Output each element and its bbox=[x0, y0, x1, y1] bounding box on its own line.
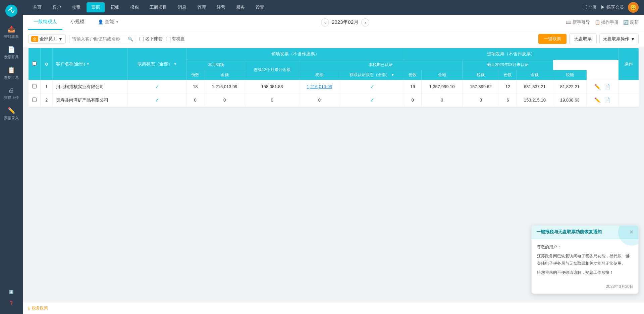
sidebar-item-smart-fetch[interactable]: 📥 智能取票 bbox=[0, 22, 23, 43]
row-actions: ✏️ 📄 bbox=[587, 80, 619, 93]
sidebar-item-invoice-summary[interactable]: 📋 票据汇总 bbox=[0, 63, 23, 83]
fetch-status-filter-icon[interactable]: ▼ bbox=[173, 62, 177, 66]
th-purchase-cert-amount: 金额 bbox=[421, 70, 463, 80]
row-purchase-cert-status: ✓ bbox=[340, 93, 404, 107]
refresh-icon: 🔄 bbox=[623, 20, 629, 25]
user-avatar[interactable]: 😊 bbox=[628, 2, 639, 13]
nav-message[interactable]: 消息 bbox=[173, 2, 191, 12]
tab-all-dropdown-icon[interactable]: ▼ bbox=[115, 20, 119, 24]
row-sales-count: 18 bbox=[186, 80, 204, 93]
nav-settings[interactable]: 设置 bbox=[251, 2, 269, 12]
sidebar-item-invoice-open[interactable]: 📄 发票开具 bbox=[0, 43, 23, 63]
row-view-btn[interactable]: 📄 bbox=[604, 97, 610, 103]
row-view-btn[interactable]: 📄 bbox=[604, 84, 610, 89]
th-purchase-uncert-count: 份数 bbox=[499, 70, 517, 80]
select-all-checkbox[interactable] bbox=[32, 61, 37, 66]
sidebar-item-data-entry[interactable]: ✏️ 票据录入 bbox=[0, 104, 23, 124]
nav-service[interactable]: 服务 bbox=[231, 2, 250, 12]
tab-all[interactable]: 👤 全能 ▼ bbox=[93, 15, 124, 30]
cert-status-check-icon: ✓ bbox=[370, 84, 374, 89]
data-entry-icon: ✏️ bbox=[8, 107, 15, 114]
th-fetch-status: 取票状态（全部） ▼ bbox=[128, 48, 187, 80]
new-guide-btn[interactable]: 📖 新手引导 bbox=[566, 19, 590, 25]
smart-fetch-icon: 📥 bbox=[8, 25, 15, 33]
row-purchase-cert-amount: 1,357,999.10 bbox=[421, 80, 463, 93]
guide-icon: 📖 bbox=[566, 20, 571, 25]
employee-badge: 全 bbox=[31, 36, 38, 42]
search-icon[interactable]: 🔍 bbox=[128, 37, 133, 42]
th-purchase-cert-tax: 税额 bbox=[463, 70, 499, 80]
row-checkbox[interactable] bbox=[29, 80, 41, 93]
checkbox-tax[interactable]: 有税盘 bbox=[166, 36, 185, 42]
nav-receivables[interactable]: 收费 bbox=[67, 2, 85, 12]
refresh-btn[interactable]: 🔄 刷新 bbox=[623, 19, 639, 25]
nav-home[interactable]: 首页 bbox=[28, 2, 46, 12]
employee-select[interactable]: 全 全部员工 ▼ bbox=[28, 34, 66, 44]
scan-upload-icon: 🖨 bbox=[8, 87, 14, 94]
popup-greeting: 尊敬的用户： bbox=[537, 244, 633, 251]
popup-date: 2023年3月20日 bbox=[606, 284, 634, 289]
no-disk-ops-btn[interactable]: 无盘取票操作 ▼ bbox=[599, 34, 639, 44]
nav-invoice[interactable]: 票据 bbox=[87, 2, 105, 12]
row-edit-btn[interactable]: ✏️ bbox=[594, 97, 601, 103]
row-purchase-uncert-amount: 631,337.21 bbox=[517, 80, 553, 93]
settings-icon[interactable]: ⚙ bbox=[45, 62, 49, 67]
manual-icon: 📋 bbox=[595, 20, 600, 25]
help-icon: ❓ bbox=[9, 301, 14, 305]
row-edit-btn[interactable]: ✏️ bbox=[594, 84, 601, 89]
th-purchase-uncert-amount: 金额 bbox=[517, 70, 553, 80]
row-fetch-status: ✓ bbox=[128, 93, 187, 107]
tab-small-scale[interactable]: 小规模 bbox=[65, 15, 90, 30]
top-navigation: 首页 客户 收费 票据 记账 报税 工商项目 消息 管理 经营 服务 设置 ⛶ … bbox=[23, 0, 644, 15]
checkbox-download-input[interactable] bbox=[140, 37, 144, 41]
row-check-input[interactable] bbox=[32, 98, 37, 102]
nav-operation[interactable]: 经营 bbox=[212, 2, 230, 12]
nav-industrial[interactable]: 工商项目 bbox=[145, 2, 172, 12]
popup-close-btn[interactable]: ✕ bbox=[629, 229, 634, 235]
fullscreen-btn[interactable]: ⛶ 全屏 bbox=[583, 4, 597, 10]
row-checkbox[interactable] bbox=[29, 93, 41, 107]
sidebar-help[interactable]: ❓ bbox=[0, 298, 23, 309]
fetch-status-check-icon: ✓ bbox=[155, 84, 159, 89]
app-logo[interactable] bbox=[3, 3, 19, 19]
popup-footer: 2023年3月20日 bbox=[532, 281, 638, 294]
popup-title: 一键报税与无盘取票功能恢复通知 bbox=[536, 229, 602, 235]
search-input[interactable] bbox=[72, 37, 126, 42]
checkbox-download[interactable]: 名下账套 bbox=[140, 36, 163, 42]
one-click-fetch-btn[interactable]: 一键取票 bbox=[538, 34, 567, 44]
th-group-sales: 销项发票（不含作废票） bbox=[186, 48, 404, 60]
no-disk-fetch-btn[interactable]: 无盘取票 bbox=[569, 34, 597, 44]
checkbox-tax-input[interactable] bbox=[166, 37, 170, 41]
notification-popup: 一键报税与无盘取票功能恢复通知 ✕ 尊敬的用户： 江苏政务网已恢复访问电子税务局… bbox=[531, 225, 639, 294]
sidebar-download[interactable]: ⬇️ bbox=[0, 287, 23, 298]
date-prev-btn[interactable]: ‹ bbox=[321, 18, 329, 26]
nav-bookkeeping[interactable]: 记账 bbox=[106, 2, 124, 12]
row-customer-name: 灵寿县尚泽矿产品有限公司 bbox=[53, 93, 128, 107]
row-actions: ✏️ 📄 bbox=[587, 93, 619, 107]
row-sales-count: 0 bbox=[186, 93, 204, 107]
svg-point-1 bbox=[10, 7, 12, 9]
popup-header: 一键报税与无盘取票功能恢复通知 ✕ bbox=[532, 226, 638, 239]
nav-tax[interactable]: 报税 bbox=[125, 2, 144, 12]
row-sales-tax: 0 bbox=[245, 93, 299, 107]
cert-status-filter-icon[interactable]: ▼ bbox=[391, 73, 394, 77]
nav-customer[interactable]: 客户 bbox=[48, 2, 66, 12]
table-row: 2 灵寿县尚泽矿产品有限公司 ✓ 0 0 0 0 ✓ 0 0 0 6 153,2… bbox=[29, 93, 639, 107]
download-icon: ⬇️ bbox=[9, 290, 14, 294]
main-table: ⚙ 客户名称(全部) ▼ 取票状态（全部） ▼ 销项发票（不含作废票） 进项发票… bbox=[28, 48, 639, 107]
date-next-btn[interactable]: › bbox=[361, 18, 369, 26]
employee-dropdown-icon[interactable]: ▼ bbox=[58, 37, 63, 42]
sidebar-item-scan-upload[interactable]: 🖨 扫描上传 bbox=[0, 83, 23, 104]
current-date-label: 2023年02月 bbox=[332, 19, 359, 25]
cumulative-link[interactable]: 1,216,013.99 bbox=[307, 84, 332, 89]
tab-general-taxpayer[interactable]: 一般纳税人 bbox=[28, 15, 62, 30]
row-purchase-cert-count: 0 bbox=[404, 93, 421, 107]
row-check-input[interactable] bbox=[32, 84, 37, 88]
customer-filter-icon[interactable]: ▼ bbox=[86, 62, 90, 66]
tax-policy-link[interactable]: 税务政策 bbox=[32, 305, 48, 311]
th-purchase-certified: 本税期已认证 bbox=[299, 60, 463, 70]
manual-btn[interactable]: 📋 操作手册 bbox=[595, 19, 619, 25]
member-btn[interactable]: ▶ 畅享会员 bbox=[601, 4, 624, 10]
nav-manage[interactable]: 管理 bbox=[193, 2, 211, 12]
th-action: 操作 bbox=[619, 48, 639, 80]
